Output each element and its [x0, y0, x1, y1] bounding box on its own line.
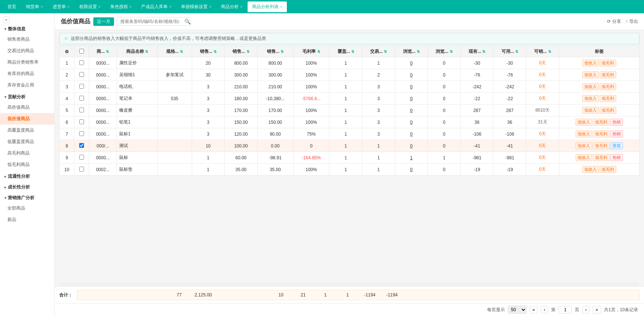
sidebar-item-stock-capital[interactable]: 库存资金占用	[0, 79, 54, 91]
close-icon[interactable]: ×	[169, 5, 171, 9]
col-settings[interactable]: ⚙	[60, 46, 74, 57]
row-name[interactable]: 笔记本	[117, 93, 158, 105]
row-name[interactable]: 鼠标	[117, 152, 158, 164]
sidebar-item-sales-products[interactable]: 销售类商品	[0, 34, 54, 45]
row-checkbox[interactable]	[74, 81, 89, 93]
page-size-select[interactable]: 50 100 200	[508, 306, 527, 314]
nav-sales[interactable]: 销货单 ×	[21, 1, 47, 12]
select-all-checkbox[interactable]	[79, 49, 84, 54]
browse-count-link[interactable]: 0	[410, 120, 413, 125]
row-select-checkbox[interactable]	[79, 131, 84, 136]
row-browse1[interactable]: 0	[395, 93, 428, 105]
row-name[interactable]: 属性定价	[117, 57, 158, 69]
sidebar-group-liquidity[interactable]: ▸ 流通性分析	[0, 170, 54, 181]
nav-template[interactable]: 单据模板设置 ×	[177, 1, 216, 12]
browse-count-link[interactable]: 0	[410, 72, 413, 78]
browse-count-link[interactable]: 0	[410, 167, 413, 172]
export-button[interactable]: ↑ 导出	[625, 18, 638, 25]
close-icon[interactable]: ×	[240, 5, 242, 9]
sort-icon[interactable]: ⇅	[417, 50, 420, 54]
close-icon[interactable]: ×	[41, 5, 43, 9]
row-checkbox[interactable]	[74, 164, 89, 176]
sort-icon[interactable]: ⇅	[351, 50, 354, 54]
close-icon[interactable]: ×	[67, 5, 70, 9]
sort-icon[interactable]: ⇅	[214, 50, 217, 54]
nav-analysis[interactable]: 商品分析 ×	[217, 1, 247, 12]
browse-count-link[interactable]: 0	[410, 96, 413, 101]
next-page-button[interactable]: ›	[582, 306, 590, 313]
sidebar-item-low-margin[interactable]: 低毛利商品	[0, 159, 54, 170]
row-checkbox[interactable]	[74, 93, 89, 105]
row-name[interactable]: 吴细细1	[117, 69, 158, 81]
sort-icon[interactable]: ⇅	[450, 50, 453, 54]
row-name[interactable]: 电话机	[117, 81, 158, 93]
browse-count-link[interactable]: 1	[410, 155, 413, 160]
row-select-checkbox[interactable]	[79, 167, 84, 171]
sort-icon[interactable]: ⇅	[106, 50, 109, 54]
row-checkbox[interactable]	[74, 57, 89, 69]
sort-icon[interactable]: ⇅	[180, 50, 183, 54]
sidebar-group-marketing[interactable]: ▾ 营销推广分析	[0, 192, 54, 203]
browse-count-link[interactable]: 0	[410, 132, 413, 137]
search-icon[interactable]: 🔍	[184, 18, 191, 24]
sidebar-item-new-products[interactable]: 新品	[0, 214, 54, 225]
browse-count-link[interactable]: 0	[410, 61, 413, 66]
sort-icon[interactable]: ⇅	[145, 50, 148, 54]
row-checkbox[interactable]	[74, 105, 89, 116]
sidebar-item-high-margin[interactable]: 高毛利商品	[0, 147, 54, 159]
sidebar-item-low-value[interactable]: 低价值商品	[0, 113, 54, 125]
col-checkbox[interactable]	[74, 46, 89, 57]
row-checkbox[interactable]	[74, 69, 89, 81]
row-browse1[interactable]: 0	[395, 164, 428, 176]
sort-icon[interactable]: ⇅	[515, 50, 518, 54]
row-name[interactable]: 测试	[117, 140, 158, 152]
row-name[interactable]: 鼠标1	[117, 128, 158, 140]
row-browse1[interactable]: 0	[395, 128, 428, 140]
row-browse1[interactable]: 0	[395, 57, 428, 69]
nav-product-in[interactable]: 产成品入库单 ×	[137, 1, 176, 12]
nav-purchase[interactable]: 进货单 ×	[48, 1, 74, 12]
sidebar-item-traded-products[interactable]: 交易过的商品	[0, 45, 54, 57]
sort-icon[interactable]: ⇅	[281, 50, 284, 54]
nav-analysis-list[interactable]: 商品分析列表 ×	[248, 1, 287, 12]
row-browse1[interactable]: 0	[395, 69, 428, 81]
nav-role[interactable]: 角色授权 ×	[106, 1, 136, 12]
row-browse1[interactable]: 1	[395, 152, 428, 164]
share-button[interactable]: ⟳ 分享	[607, 18, 621, 25]
nav-permission[interactable]: 权限设置 ×	[75, 1, 105, 12]
row-select-checkbox[interactable]	[79, 155, 84, 160]
table-container[interactable]: ⚙ 商... ⇅ 商品名称 ⇅ 规格... ⇅ 销售... ⇅ 销售... ⇅ …	[55, 46, 644, 281]
row-browse1[interactable]: 0	[395, 140, 428, 152]
prev-page-button[interactable]: ‹	[541, 306, 548, 313]
row-name[interactable]: 铅笔1	[117, 116, 158, 128]
sidebar-group-growth[interactable]: ▸ 成长性分析	[0, 181, 54, 192]
row-select-checkbox[interactable]	[79, 60, 84, 65]
period-button[interactable]: 近一月	[93, 17, 114, 26]
browse-count-link[interactable]: 0	[410, 84, 413, 89]
row-browse1[interactable]: 0	[395, 116, 428, 128]
sort-icon[interactable]: ⇅	[317, 50, 320, 54]
sidebar-item-category-sales-rate[interactable]: 商品分类销售率	[0, 57, 54, 68]
browse-count-link[interactable]: 0	[410, 143, 413, 149]
row-checkbox[interactable]	[74, 116, 89, 128]
row-select-checkbox[interactable]	[79, 143, 84, 148]
search-input[interactable]	[117, 17, 191, 26]
row-browse1[interactable]: 0	[395, 105, 428, 116]
horizontal-scrollbar[interactable]	[59, 282, 640, 286]
nav-home[interactable]: 首页	[3, 1, 21, 12]
sort-icon[interactable]: ⇅	[384, 50, 387, 54]
row-browse1[interactable]: 0	[395, 81, 428, 93]
close-icon[interactable]: ×	[209, 5, 211, 9]
row-name[interactable]: 橡皮擦	[117, 105, 158, 116]
sidebar-item-low-coverage[interactable]: 低覆盖度商品	[0, 136, 54, 147]
sidebar-item-high-value[interactable]: 高价值商品	[0, 102, 54, 113]
sort-icon[interactable]: ⇅	[482, 50, 485, 54]
row-checkbox[interactable]	[74, 140, 89, 152]
close-icon[interactable]: ×	[130, 5, 132, 9]
page-number-input[interactable]	[559, 306, 572, 313]
sidebar-collapse-button[interactable]: «	[3, 16, 10, 23]
close-icon[interactable]: ×	[280, 5, 282, 9]
row-select-checkbox[interactable]	[79, 96, 84, 101]
row-checkbox[interactable]	[74, 152, 89, 164]
row-checkbox[interactable]	[74, 128, 89, 140]
